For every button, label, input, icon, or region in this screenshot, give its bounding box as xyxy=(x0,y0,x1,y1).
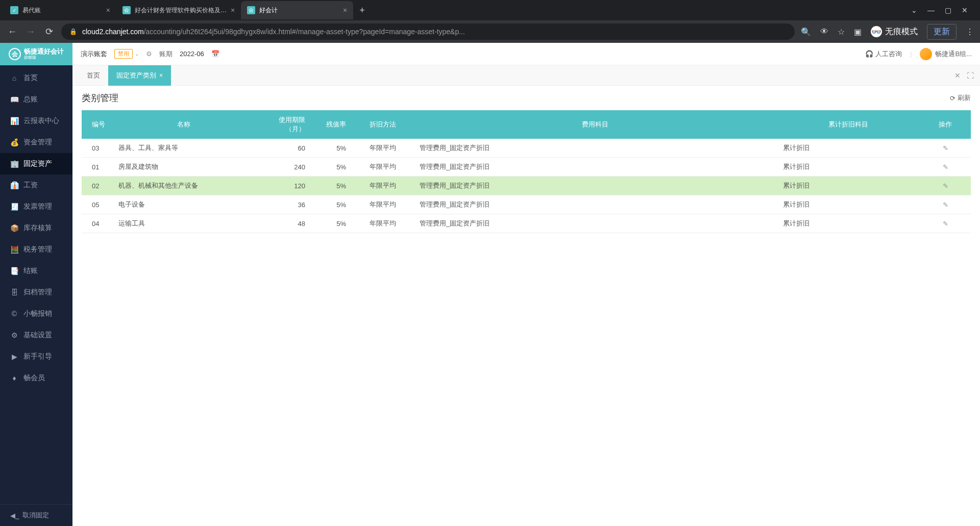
table-row[interactable]: 03 器具、工具、家具等 60 5% 年限平均 管理费用_固定资产折旧 累计折旧… xyxy=(82,139,971,158)
sidebar-item-9[interactable]: 📑结账 xyxy=(0,260,72,282)
sidebar-item-11[interactable]: ©小畅报销 xyxy=(0,303,72,324)
th-name[interactable]: 名称 xyxy=(112,110,255,139)
lock-icon[interactable]: 🔒 xyxy=(69,28,77,35)
extensions-icon[interactable]: ▣ xyxy=(854,27,862,37)
th-life[interactable]: 使用期限（月） xyxy=(255,110,311,139)
sidebar-item-3[interactable]: 💰资金管理 xyxy=(0,132,72,153)
sidebar-item-12[interactable]: ⚙基础设置 xyxy=(0,324,72,346)
cell-residual: 5% xyxy=(311,214,352,233)
reload-button[interactable]: ⟳ xyxy=(43,26,55,37)
tab-close-icon[interactable]: × xyxy=(159,72,163,79)
refresh-button[interactable]: ⟳ 刷新 xyxy=(950,93,971,103)
incognito-badge: 👓 无痕模式 xyxy=(871,26,918,37)
forward-button[interactable]: → xyxy=(24,27,37,37)
cell-code: 02 xyxy=(82,177,112,195)
table-row[interactable]: 01 房屋及建筑物 240 5% 年限平均 管理费用_固定资产折旧 累计折旧 ✎ xyxy=(82,158,971,177)
th-expense[interactable]: 费用科目 xyxy=(413,110,777,139)
edit-icon[interactable]: ✎ xyxy=(943,220,948,228)
th-residual[interactable]: 残值率 xyxy=(311,110,352,139)
support-link[interactable]: 🎧 人工咨询 xyxy=(865,49,902,59)
close-all-tabs-icon[interactable]: ✕ xyxy=(954,71,961,80)
support-label: 人工咨询 xyxy=(875,49,902,59)
chevron-down-icon[interactable]: ⌄ xyxy=(135,51,139,57)
cell-accum: 累计折旧 xyxy=(777,158,920,177)
cell-life: 120 xyxy=(255,177,311,195)
browser-tab[interactable]: ✓ 易代账 × xyxy=(4,1,116,19)
cell-accum: 累计折旧 xyxy=(777,195,920,214)
url-text: cloud2.chanjet.com/accounting/uh26t264j5… xyxy=(82,28,787,36)
period-value[interactable]: 2022-06 xyxy=(180,50,204,58)
browser-tab-active[interactable]: 会 好会计 × xyxy=(241,1,353,19)
sidebar-item-7[interactable]: 📦库存核算 xyxy=(0,217,72,239)
zoom-icon[interactable]: 🔍 xyxy=(801,27,811,37)
account-name[interactable]: 演示账套 xyxy=(81,49,107,59)
sidebar-item-1[interactable]: 📖总账 xyxy=(0,89,72,110)
tab-asset-category[interactable]: 固定资产类别 × xyxy=(108,65,171,86)
fullscreen-icon[interactable]: ⛶ xyxy=(967,71,974,80)
user-info[interactable]: 畅捷通B组... xyxy=(920,48,972,60)
sidebar-item-13[interactable]: ▶新手引导 xyxy=(0,346,72,367)
sidebar-item-8[interactable]: 🧮税务管理 xyxy=(0,239,72,260)
tab-close-icon[interactable]: × xyxy=(343,6,347,14)
back-button[interactable]: ← xyxy=(6,27,18,37)
sidebar-footer-toggle[interactable]: ◀⎯ 取消固定 xyxy=(0,504,72,526)
nav-label: 结账 xyxy=(23,266,38,275)
maximize-icon[interactable]: ▢ xyxy=(945,6,951,14)
th-method[interactable]: 折旧方法 xyxy=(352,110,413,139)
cell-life: 48 xyxy=(255,214,311,233)
top-bar: 演示账套 禁用 ⌄ ⚙ 账期 2022-06 📅 🎧 人工咨询 | 畅捷通B组.… xyxy=(72,43,980,65)
new-tab-button[interactable]: + xyxy=(353,5,371,16)
tab-close-icon[interactable]: × xyxy=(231,6,235,14)
sidebar-item-5[interactable]: 👔工资 xyxy=(0,174,72,196)
calendar-icon[interactable]: 📅 xyxy=(211,50,219,58)
url-bar[interactable]: 🔒 cloud2.chanjet.com/accounting/uh26t264… xyxy=(61,23,795,40)
edit-icon[interactable]: ✎ xyxy=(943,144,948,152)
sidebar-item-6[interactable]: 🧾发票管理 xyxy=(0,196,72,217)
update-button[interactable]: 更新 xyxy=(927,24,957,40)
edit-icon[interactable]: ✎ xyxy=(943,201,948,209)
sidebar: 会 畅捷通好会计 旗舰版 ⌂首页📖总账📊云报表中心💰资金管理🏢固定资产👔工资🧾发… xyxy=(0,43,72,526)
gear-icon[interactable]: ⚙ xyxy=(146,50,152,58)
sidebar-item-14[interactable]: ♦畅会员 xyxy=(0,367,72,389)
th-code[interactable]: 编号 xyxy=(82,110,112,139)
menu-icon[interactable]: ⋮ xyxy=(966,27,974,37)
nav-items: ⌂首页📖总账📊云报表中心💰资金管理🏢固定资产👔工资🧾发票管理📦库存核算🧮税务管理… xyxy=(0,65,72,504)
th-action[interactable]: 操作 xyxy=(920,110,971,139)
nav-icon: 💰 xyxy=(10,138,18,146)
th-accum[interactable]: 累计折旧科目 xyxy=(777,110,920,139)
table-header-row: 编号 名称 使用期限（月） 残值率 折旧方法 费用科目 累计折旧科目 操作 xyxy=(82,110,971,139)
cell-method: 年限平均 xyxy=(352,177,413,195)
nav-label: 云报表中心 xyxy=(23,116,59,126)
tab-home[interactable]: 首页 xyxy=(79,65,108,86)
cell-residual: 5% xyxy=(311,139,352,158)
cell-method: 年限平均 xyxy=(352,158,413,177)
nav-label: 新手引导 xyxy=(23,352,52,361)
nav-label: 发票管理 xyxy=(23,202,52,211)
cell-accum: 累计折旧 xyxy=(777,214,920,233)
star-icon[interactable]: ☆ xyxy=(838,27,845,37)
tabs-actions: ✕ ⛶ xyxy=(954,71,974,80)
cell-code: 03 xyxy=(82,139,112,158)
table-row[interactable]: 02 机器、机械和其他生产设备 120 5% 年限平均 管理费用_固定资产折旧 … xyxy=(82,177,971,195)
minimize-icon[interactable]: — xyxy=(927,6,935,14)
cell-name: 器具、工具、家具等 xyxy=(112,139,255,158)
nav-icon: ♦ xyxy=(10,374,18,382)
edit-icon[interactable]: ✎ xyxy=(943,163,948,171)
nav-label: 工资 xyxy=(23,181,38,190)
sidebar-item-2[interactable]: 📊云报表中心 xyxy=(0,110,72,132)
sidebar-item-0[interactable]: ⌂首页 xyxy=(0,67,72,89)
chevron-down-icon[interactable]: ⌄ xyxy=(911,6,917,14)
logo[interactable]: 会 畅捷通好会计 旗舰版 xyxy=(0,43,72,65)
tab-close-icon[interactable]: × xyxy=(106,6,110,14)
sidebar-item-10[interactable]: 🗄归档管理 xyxy=(0,282,72,303)
table-row[interactable]: 04 运输工具 48 5% 年限平均 管理费用_固定资产折旧 累计折旧 ✎ xyxy=(82,214,971,233)
eye-off-icon[interactable]: 👁 xyxy=(820,27,828,36)
close-window-icon[interactable]: ✕ xyxy=(962,6,968,14)
nav-icon: ⌂ xyxy=(10,74,18,82)
sidebar-item-4[interactable]: 🏢固定资产 xyxy=(0,153,72,174)
disable-tag[interactable]: 禁用 xyxy=(114,49,133,59)
browser-tab[interactable]: 会 好会计财务管理软件购买价格及… × xyxy=(116,1,241,19)
incognito-label: 无痕模式 xyxy=(885,27,918,37)
edit-icon[interactable]: ✎ xyxy=(943,182,948,190)
table-row[interactable]: 05 电子设备 36 5% 年限平均 管理费用_固定资产折旧 累计折旧 ✎ xyxy=(82,195,971,214)
